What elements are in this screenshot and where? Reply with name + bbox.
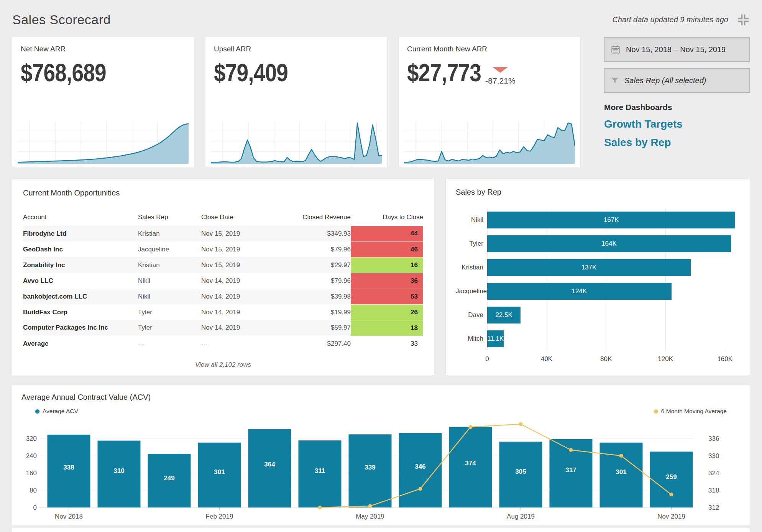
svg-text:Nov 2019: Nov 2019: [657, 513, 685, 520]
svg-text:Feb 2019: Feb 2019: [206, 513, 233, 520]
current-month-new-arr-sparkline[interactable]: [404, 121, 575, 164]
rep-bar[interactable]: 167K: [487, 212, 735, 228]
acv-combo-chart[interactable]: 0801602403203123183243303363383102493013…: [21, 417, 741, 523]
upsell-arr-sparkline[interactable]: [211, 121, 382, 164]
moving-average-point: [670, 493, 673, 496]
net-new-arr-sparkline[interactable]: [18, 121, 189, 164]
table-row: Average --- --- $297.40 33: [23, 336, 423, 351]
table-row: GeoDash Inc Jacqueline Nov 15, 2019 $79.…: [23, 241, 423, 257]
acv-bar: [248, 429, 291, 507]
table-row: Computer Packages Inc Inc Tyler Nov 14, …: [23, 320, 423, 336]
date-range-button[interactable]: Nov 15, 2018 – Nov 15, 2019: [604, 37, 750, 62]
account-cell: Fibrodyne Ltd: [23, 226, 138, 241]
link-sales-by-rep[interactable]: Sales by Rep: [604, 136, 750, 149]
bar-row: 164K: [487, 232, 740, 256]
x-axis-tick: 160K: [717, 355, 732, 363]
svg-text:Nov 2018: Nov 2018: [55, 513, 83, 520]
last-updated-text: Chart data updated 9 minutes ago: [613, 15, 728, 24]
moving-average-point: [368, 504, 372, 508]
days-to-close-cell: 33: [351, 336, 423, 351]
kpi-change-value: -87.21%: [485, 76, 515, 85]
header: Sales Scorecard Chart data updated 9 min…: [12, 0, 750, 37]
closed-revenue-cell: $19.99: [272, 304, 351, 320]
side-controls: Nov 15, 2018 – Nov 15, 2019 Sales Rep (A…: [604, 37, 750, 167]
svg-text:311: 311: [315, 467, 325, 475]
x-axis-tick: 120K: [658, 355, 673, 363]
table-row: Fibrodyne Ltd Kristian Nov 15, 2019 $349…: [23, 226, 423, 241]
days-to-close-cell: 18: [351, 320, 423, 336]
sales-rep-cell: Kristian: [138, 257, 201, 273]
days-to-close-cell: 36: [351, 273, 423, 289]
svg-text:80: 80: [30, 487, 37, 494]
svg-text:324: 324: [708, 470, 719, 477]
closed-revenue-cell: $297.40: [272, 336, 351, 351]
bar-row: 22.5K: [487, 303, 740, 327]
x-axis-tick: 80K: [600, 355, 612, 363]
svg-text:338: 338: [63, 464, 74, 471]
legend-moving-average: 6 Month Moving Average: [654, 408, 727, 415]
svg-text:160: 160: [26, 470, 37, 477]
days-to-close-cell: 53: [351, 289, 423, 304]
kpi-label: Net New ARR: [21, 45, 186, 53]
rep-bar[interactable]: 164K: [487, 235, 731, 252]
more-dashboards-heading: More Dashboards: [604, 103, 750, 112]
link-growth-targets[interactable]: Growth Targets: [604, 118, 750, 130]
kpi-value: $27,773: [407, 59, 481, 87]
svg-text:320: 320: [26, 435, 37, 442]
col-account: Account: [23, 210, 138, 226]
moving-average-point: [469, 425, 473, 429]
sales-rep-filter-button[interactable]: Sales Rep (All selected): [604, 68, 750, 93]
col-closed-revenue: Closed Revenue: [272, 210, 351, 226]
rep-label: Dave: [456, 303, 487, 327]
rep-bar[interactable]: 22.5K: [487, 307, 521, 323]
collapse-icon[interactable]: [737, 13, 750, 26]
sales-rep-cell: Nikil: [138, 289, 201, 304]
svg-text:374: 374: [465, 460, 476, 467]
sales-by-rep-chart: NikilTylerKristianJacquelineDaveMitch 16…: [456, 208, 740, 364]
svg-text:318: 318: [708, 487, 719, 494]
sales-rep-cell: Tyler: [138, 304, 201, 320]
kpi-card-net-new-arr: Net New ARR $768,689: [12, 37, 194, 167]
sales-rep-cell: Kristian: [138, 226, 201, 241]
svg-text:249: 249: [164, 475, 174, 482]
col-days-to-close: Days to Close: [351, 210, 423, 226]
bar-value-label: 22.5K: [495, 311, 512, 319]
sales-rep-cell: Nikil: [138, 273, 201, 289]
close-date-cell: Nov 14, 2019: [201, 304, 272, 320]
svg-text:364: 364: [264, 461, 275, 468]
svg-text:330: 330: [708, 452, 719, 460]
rep-bar[interactable]: 137K: [487, 259, 691, 276]
opportunities-card: Current Month Opportunities Account Sale…: [12, 179, 434, 375]
col-sales-rep: Sales Rep: [138, 210, 201, 226]
svg-text:301: 301: [214, 468, 225, 476]
svg-text:346: 346: [415, 463, 425, 470]
page-title: Sales Scorecard: [12, 12, 111, 27]
kpi-card-current-month-new-arr: Current Month New ARR $27,773 -87.21%: [399, 37, 580, 167]
sales-rep-cell: Jacqueline: [138, 241, 201, 257]
close-date-cell: Nov 15, 2019: [201, 257, 272, 273]
x-axis-tick: 40K: [541, 355, 552, 363]
kpi-value: $768,689: [21, 59, 106, 87]
days-to-close-cell: 44: [351, 226, 423, 241]
svg-text:336: 336: [708, 435, 719, 442]
sales-rep-cell: Tyler: [138, 320, 201, 336]
acv-bar: [449, 427, 492, 507]
bar-row: 124K: [487, 279, 740, 303]
account-cell: Computer Packages Inc Inc: [23, 320, 138, 336]
closed-revenue-cell: $79.96: [272, 273, 351, 289]
closed-revenue-cell: $349.93: [272, 226, 351, 241]
rep-bar[interactable]: 124K: [487, 283, 672, 300]
table-header-row: Account Sales Rep Close Date Closed Reve…: [23, 210, 423, 226]
account-cell: Average: [23, 336, 138, 351]
close-date-cell: Nov 15, 2019: [201, 226, 272, 241]
view-all-link[interactable]: View all 2,102 rows: [23, 361, 423, 369]
legend-average-acv: Average ACV: [35, 408, 78, 415]
bar-value-label: 164K: [601, 240, 617, 248]
next-card-edge: [12, 528, 750, 532]
close-date-cell: Nov 14, 2019: [201, 289, 272, 304]
svg-text:312: 312: [708, 504, 719, 511]
rep-bar[interactable]: 11.1K: [487, 330, 504, 347]
table-row: Avvo LLC Nikil Nov 14, 2019 $79.96 36: [23, 273, 423, 289]
close-date-cell: Nov 14, 2019: [201, 320, 272, 336]
svg-text:240: 240: [26, 452, 37, 460]
